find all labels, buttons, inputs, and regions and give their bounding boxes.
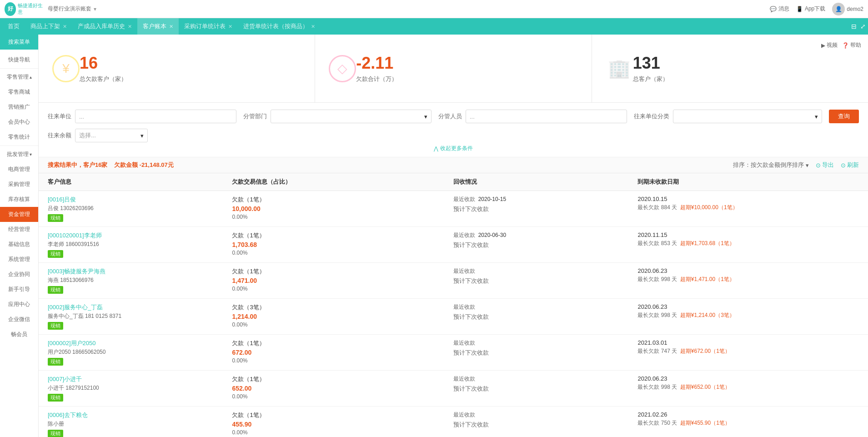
header-due-date: 到期未收款日期 [637, 178, 859, 186]
customer-tag-1: 现销 [48, 250, 63, 258]
help-btn[interactable]: ❓ 帮助 [842, 41, 861, 49]
customer-col-3: [0002]服务中心_丁磊 服务中心_丁磊 181 0125 8371 现销 [48, 303, 232, 330]
collection-col-5: 最近收款 预计下次收款 [453, 375, 637, 393]
tab-produce-history[interactable]: 产成品入库单历史 ✕ [72, 18, 137, 35]
collection-next-4: 预计下次收款 [453, 349, 637, 357]
sidebar-search[interactable]: 搜索菜单 [0, 35, 38, 50]
stat-card-debt-amount: ◇ -2.11 欠款合计（万） [315, 35, 592, 102]
debt-amount-4: 672.00 [232, 349, 453, 356]
logo-text: 畅捷通好生意 [18, 3, 43, 15]
collection-col-0: 最近收款 2020-10-15 预计下次收款 [453, 196, 637, 213]
sort-select[interactable]: 排序：按欠款金额倒序排序 [733, 161, 809, 169]
overdue-link-2[interactable]: 超期¥1,471.00（1笔） [680, 276, 735, 282]
filter-person-input[interactable]: ... [466, 110, 627, 123]
overdue-info-2: 最长欠款 998 天 超期¥1,471.00（1笔） [637, 276, 859, 283]
sidebar-item-quick-nav[interactable]: 快捷导航 [0, 52, 38, 67]
overdue-link-1[interactable]: 超期¥1,703.68（1笔） [680, 240, 735, 246]
tab-minimize[interactable]: ⊟ [851, 23, 857, 30]
tab-home[interactable]: 首页 [2, 18, 25, 35]
refresh-button[interactable]: ⊙ 刷新 [841, 161, 859, 169]
filter-dept-select[interactable] [271, 110, 432, 123]
tab-close-customer-account[interactable]: ✕ [169, 24, 173, 30]
overdue-link-6[interactable]: 超期¥455.90（1笔） [680, 420, 730, 426]
customer-tag-4: 现销 [48, 358, 63, 366]
filter-unit-category-label: 往来单位分类 [634, 112, 669, 121]
sidebar-item-purchase-mgmt[interactable]: 采购管理 [0, 177, 38, 192]
sidebar-item-member-plus[interactable]: 畅会员 [0, 327, 38, 342]
sidebar-item-ops-mgmt[interactable]: 经营管理 [0, 222, 38, 237]
sidebar-divider-1 [0, 68, 38, 69]
tab-close-purchase-stats[interactable]: ✕ [228, 24, 232, 30]
customer-name-2[interactable]: [0003]畅捷服务尹海燕 [48, 267, 232, 276]
debt-count-2: 欠款（1笔） [232, 267, 453, 276]
sidebar-item-ecommerce[interactable]: 电商管理 [0, 162, 38, 177]
tab-bar: 首页 商品上下架 ✕ 产成品入库单历史 ✕ 客户账本 ✕ 采购订单统计表 ✕ 进… [0, 18, 868, 35]
sidebar-item-retail-mgmt[interactable]: 零售管理 ▴ [0, 70, 38, 85]
filter-source-unit-input[interactable]: ... [75, 110, 236, 123]
customer-name-1[interactable]: [0001020001]李老师 [48, 231, 232, 240]
export-button[interactable]: ⊙ 导出 [816, 161, 834, 169]
sidebar-item-enterprise-wechat[interactable]: 企业微信 [0, 312, 38, 327]
sidebar-item-marketing[interactable]: 营销推广 [0, 100, 38, 115]
messages-btn[interactable]: 💬 消息 [770, 5, 789, 13]
customer-name-6[interactable]: [0006]去下粮仓 [48, 411, 232, 419]
results-actions: 排序：按欠款金额倒序排序 ⊙ 导出 ⊙ 刷新 [733, 161, 859, 169]
tab-close-goods-stats[interactable]: ✕ [311, 24, 315, 30]
collapse-button[interactable]: ⋀ 收起更多条件 [434, 145, 473, 152]
tab-goods-stats[interactable]: 进货单统计表（按商品） ✕ [238, 18, 321, 35]
tab-customer-account[interactable]: 客户账本 ✕ [137, 18, 179, 35]
sidebar-item-inventory[interactable]: 库存核算 [0, 192, 38, 207]
customer-name-4[interactable]: [000002]用户2050 [48, 339, 232, 347]
overdue-link-0[interactable]: 超期¥10,000.00（1笔） [680, 204, 738, 211]
filter-person-label: 分管人员 [438, 112, 462, 121]
view-video-btn[interactable]: ▶ 视频 [821, 41, 838, 49]
tab-purchase-stats[interactable]: 采购订单统计表 ✕ [179, 18, 238, 35]
debt-amount-3: 1,214.00 [232, 313, 453, 320]
sidebar-item-app-center[interactable]: 应用中心 [0, 297, 38, 312]
customer-info-2: 海燕 18513066976 [48, 276, 232, 284]
sidebar-divider-2 [0, 146, 38, 146]
user-menu[interactable]: 👤 demo2 [832, 3, 863, 15]
sidebar-item-finance[interactable]: 资金管理 [0, 207, 38, 222]
top-bar-right: 💬 消息 📱 App下载 👤 demo2 [770, 3, 863, 15]
table-row-wrapper-4: [000002]用户2050 用户2050 18665062050 现销 欠款（… [39, 335, 868, 371]
sidebar-item-newbie-guide[interactable]: 新手引导 [0, 282, 38, 297]
overdue-link-5[interactable]: 超期¥652.00（1笔） [680, 384, 730, 390]
customer-name-3[interactable]: [0002]服务中心_丁磊 [48, 303, 232, 311]
search-button[interactable]: 查询 [829, 110, 859, 123]
collection-info-1: 最近收款 2020-06-30 [453, 231, 637, 239]
table-row-wrapper-5: [0007]小进千 小进千 18279152100 现销 欠款（1笔） 652.… [39, 371, 868, 407]
app-download-btn[interactable]: 📱 App下载 [796, 5, 825, 13]
collection-col-4: 最近收款 预计下次收款 [453, 339, 637, 357]
collection-col-6: 最近收款 预计下次收款 [453, 411, 637, 429]
stat-card-actions: ▶ 视频 ❓ 帮助 [821, 41, 861, 49]
filter-source-unit-label: 往来单位 [48, 112, 71, 121]
sidebar-item-retail-stats[interactable]: 零售统计 [0, 130, 38, 145]
debt-ratio-2: 0.00% [232, 286, 453, 292]
tab-expand[interactable]: ⤢ [860, 23, 866, 30]
table-row-wrapper-6: [0006]去下粮仓 陈小册 现销 欠款（1笔） 455.90 0.00% 最近… [39, 407, 868, 437]
sidebar-item-batch-mgmt[interactable]: 批发管理 ▾ [0, 147, 38, 162]
due-date-2: 2020.06.23 [637, 267, 859, 274]
overdue-link-3[interactable]: 超期¥1,214.00（3笔） [680, 312, 735, 318]
filter-balance-select[interactable]: 选择... [75, 129, 148, 142]
customer-name-0[interactable]: [0016]吕俊 [48, 196, 232, 204]
tab-close-product-shelf[interactable]: ✕ [63, 24, 67, 30]
debt-ratio-1: 0.00% [232, 250, 453, 256]
sidebar-item-basic-info[interactable]: 基础信息 [0, 237, 38, 252]
tab-product-shelf[interactable]: 商品上下架 ✕ [25, 18, 72, 35]
sidebar-item-system-mgmt[interactable]: 系统管理 [0, 252, 38, 267]
tab-close-produce-history[interactable]: ✕ [128, 24, 132, 30]
table-row-3: [0002]服务中心_丁磊 服务中心_丁磊 181 0125 8371 现销 欠… [39, 299, 868, 334]
filter-unit-category-select[interactable] [673, 110, 823, 123]
sidebar-item-enterprise-collab[interactable]: 企业协同 [0, 267, 38, 282]
overdue-link-4[interactable]: 超期¥672.00（1笔） [680, 348, 730, 354]
industry-label: 母婴行业演示账套 ▾ [48, 5, 96, 13]
sidebar-item-member-center[interactable]: 会员中心 [0, 115, 38, 130]
debt-amount-2: 1,471.00 [232, 277, 453, 284]
unit-category-chevron-icon [815, 113, 818, 120]
filter-balance-label: 往来余额 [48, 131, 71, 140]
sidebar-item-retail-store[interactable]: 零售商城 [0, 85, 38, 100]
debt-amount-1: 1,703.68 [232, 241, 453, 248]
customer-name-5[interactable]: [0007]小进千 [48, 375, 232, 383]
